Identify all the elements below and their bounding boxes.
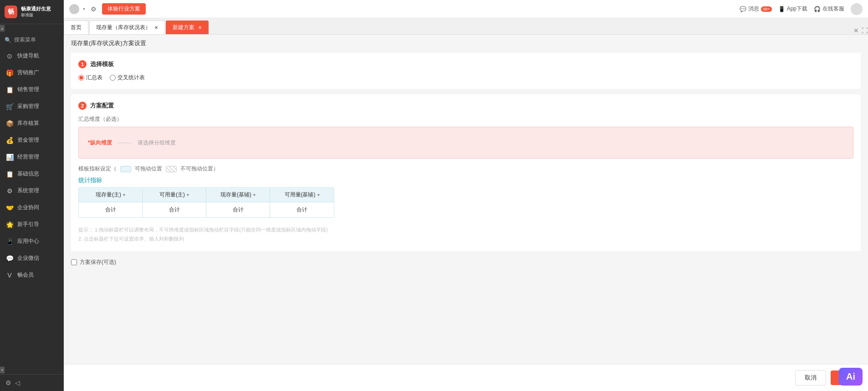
- sidebar-search[interactable]: 🔍 搜索菜单: [0, 32, 64, 47]
- sidebar-scroll-down[interactable]: ▼: [0, 366, 5, 374]
- dim-box[interactable]: *纵向维度 —— 请选择分组维度: [78, 127, 853, 159]
- radio-summary-input[interactable]: [78, 75, 84, 81]
- user-avatar-thumb: [851, 3, 863, 15]
- sidebar-item-marketing[interactable]: 🎁 营销推广: [0, 64, 64, 81]
- sidebar-item-quick-nav[interactable]: ⊙ 快捷导航: [0, 47, 64, 64]
- save-option-label: 方案保存(可选): [80, 258, 116, 266]
- save-checkbox[interactable]: [71, 259, 77, 265]
- metrics-col-1: 可用量(主) ▾ 合计: [143, 188, 206, 217]
- metrics-col-header-2[interactable]: 现存量(基辅) ▾: [206, 188, 270, 202]
- cancel-button[interactable]: 取消: [795, 370, 826, 386]
- sidebar: 畅 畅康通好生意 标准版 ▲ 🔍 搜索菜单 ⊙ 快捷导航 🎁 营销推广 📋 销售…: [0, 0, 64, 391]
- sidebar-item-app-center[interactable]: 📱 应用中心: [0, 233, 64, 250]
- section2-title: 2 方案配置: [78, 102, 853, 110]
- tab-bar: 首页 现存量（库存状况表） ✕ 新建方案 ✕ ✕ ⛶: [64, 18, 868, 35]
- quick-nav-icon: ⊙: [5, 52, 14, 60]
- operations-icon: 📊: [5, 154, 14, 161]
- messages-action[interactable]: 💬 消息 99+: [740, 5, 771, 13]
- top-header-left: ​ ▾ ⚙ 体验行业方案: [69, 3, 146, 15]
- radio-cross-input[interactable]: [110, 75, 116, 81]
- app-download-action[interactable]: 📱 App下载: [778, 5, 807, 13]
- col-1-chevron[interactable]: ▾: [187, 192, 189, 197]
- sidebar-item-sales[interactable]: 📋 销售管理: [0, 81, 64, 98]
- app-edition: 标准版: [21, 12, 51, 18]
- sidebar-footer: ⚙ ◁: [0, 374, 64, 391]
- messages-badge: 99+: [761, 6, 771, 12]
- enterprise-icon: 🤝: [5, 204, 14, 211]
- section1-label: 选择模板: [90, 60, 114, 68]
- tab-home[interactable]: 首页: [64, 21, 88, 34]
- window-expand-btn[interactable]: ⛶: [862, 27, 868, 34]
- metrics-section: 模板指标设定（ 可拖动位置 不可拖动位置） 统计指标 现存量(主) ▾: [78, 165, 853, 244]
- metrics-col-header-1[interactable]: 可用量(主) ▾: [143, 188, 206, 202]
- try-btn[interactable]: 体验行业方案: [102, 3, 146, 15]
- online-service-icon: 🎧: [814, 6, 821, 12]
- sidebar-item-finance[interactable]: 💰 资金管理: [0, 132, 64, 149]
- sidebar-item-enterprise[interactable]: 🤝 企业协同: [0, 199, 64, 216]
- footer-settings-icon[interactable]: ⚙: [5, 379, 11, 386]
- metrics-col-0: 现存量(主) ▾ 合计: [79, 188, 143, 217]
- sidebar-item-inventory[interactable]: 📦 库存核算: [0, 115, 64, 132]
- radio-summary[interactable]: 汇总表: [78, 74, 102, 82]
- metrics-col-2: 现存量(基辅) ▾ 合计: [206, 188, 270, 217]
- ai-float-btn[interactable]: Ai: [839, 368, 863, 386]
- app-center-icon: 📱: [5, 238, 14, 245]
- save-option[interactable]: 方案保存(可选): [64, 254, 868, 271]
- scroll-up-btn[interactable]: ▲: [0, 25, 5, 31]
- metrics-table: 现存量(主) ▾ 合计 可用量(主) ▾ 合计: [78, 187, 334, 218]
- section2-num: 2: [78, 102, 87, 110]
- window-controls: ✕ ⛶: [849, 27, 868, 34]
- header-dropdown-icon[interactable]: ▾: [83, 6, 85, 11]
- tab-new-scheme-close[interactable]: ✕: [198, 25, 202, 30]
- sales-icon: 📋: [5, 86, 14, 93]
- dim-section: 汇总维度（必选） *纵向维度 —— 请选择分组维度: [78, 115, 853, 159]
- guide-icon: 🌟: [5, 221, 14, 228]
- sidebar-item-base-info[interactable]: 📋 基础信息: [0, 165, 64, 182]
- radio-cross[interactable]: 交叉统计表: [110, 74, 145, 82]
- section1-title: 1 选择模板: [78, 60, 853, 68]
- sidebar-item-operations[interactable]: 📊 经营管理: [0, 149, 64, 165]
- app-name: 畅康通好生意: [21, 5, 51, 12]
- col-3-chevron[interactable]: ▾: [317, 192, 320, 197]
- section1-panel: 1 选择模板 汇总表 交叉统计表: [71, 53, 861, 89]
- sidebar-nav: ⊙ 快捷导航 🎁 营销推广 📋 销售管理 🛒 采购管理 📦 库存核算 💰 资金管…: [0, 47, 64, 366]
- sidebar-item-guide[interactable]: 🌟 新手引导: [0, 216, 64, 233]
- purchase-icon: 🛒: [5, 103, 14, 110]
- tab-inventory-status-close[interactable]: ✕: [154, 25, 158, 30]
- sidebar-scroll-up[interactable]: ▲: [0, 24, 5, 32]
- sidebar-item-purchase[interactable]: 🛒 采购管理: [0, 98, 64, 115]
- top-header: ​ ▾ ⚙ 体验行业方案 💬 消息 99+ 📱 App下载 🎧 在线客服: [64, 0, 868, 18]
- tab-inventory-status[interactable]: 现存量（库存状况表） ✕: [89, 21, 165, 34]
- metrics-col-header-3[interactable]: 可用量(基辅) ▾: [270, 188, 334, 202]
- tab-new-scheme[interactable]: 新建方案 ✕: [166, 21, 209, 34]
- member-icon: V: [5, 272, 14, 279]
- dim-placeholder: 请选择分组维度: [138, 139, 176, 147]
- footer-volume-icon[interactable]: ◁: [15, 379, 20, 386]
- tip-2: 2. 点击标题栏下拉可设置排序、插入列和删除列: [78, 235, 853, 244]
- tip-1: 提示： 1.拖动标题栏可以调整布局，不可跨维度或指标区域拖动栏目字段(只能在同一…: [78, 226, 853, 235]
- content-area: 现存量(库存状况表)方案设置 1 选择模板 汇总表 交叉统计表 2 方案配置: [64, 35, 868, 364]
- finance-icon: 💰: [5, 137, 14, 144]
- search-icon: 🔍: [5, 37, 11, 43]
- metrics-col-body-3: 合计: [270, 202, 334, 217]
- dim-dash: ——: [117, 139, 132, 147]
- metrics-col-header-0[interactable]: 现存量(主) ▾: [79, 188, 142, 202]
- online-service-action[interactable]: 🎧 在线客服: [814, 5, 844, 13]
- window-close-btn[interactable]: ✕: [853, 27, 859, 34]
- metrics-label: 统计指标: [78, 176, 853, 185]
- sidebar-item-member[interactable]: V 畅会员: [0, 267, 64, 283]
- sidebar-item-system[interactable]: ⚙ 系统管理: [0, 182, 64, 199]
- sidebar-item-wechat[interactable]: 💬 企业微信: [0, 250, 64, 267]
- message-icon: 💬: [740, 6, 746, 12]
- drag-indicator: [120, 166, 131, 172]
- scroll-down-btn[interactable]: ▼: [0, 367, 5, 373]
- top-header-right: 💬 消息 99+ 📱 App下载 🎧 在线客服: [740, 3, 863, 15]
- user-avatar: [69, 4, 79, 14]
- section2-panel: 2 方案配置 汇总维度（必选） *纵向维度 —— 请选择分组维度 模板指标设定（…: [71, 94, 861, 251]
- metrics-table-header-row: 现存量(主) ▾ 合计 可用量(主) ▾ 合计: [79, 188, 334, 217]
- col-2-chevron[interactable]: ▾: [253, 192, 255, 197]
- app-download-icon: 📱: [778, 6, 785, 12]
- header-settings-icon[interactable]: ⚙: [89, 5, 98, 13]
- page-title: 现存量(库存状况表)方案设置: [64, 35, 868, 50]
- col-0-chevron[interactable]: ▾: [123, 192, 125, 197]
